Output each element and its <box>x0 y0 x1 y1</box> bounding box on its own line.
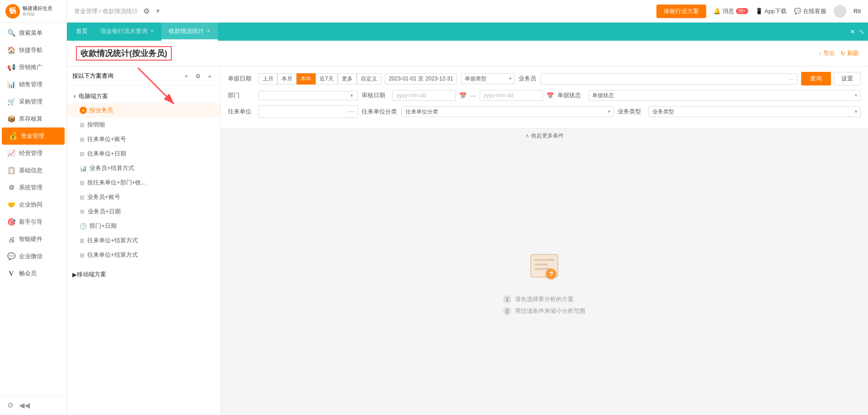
partner-category-select[interactable]: 往来单位分类 <box>401 106 614 117</box>
sidebar-item-starter[interactable]: 🎯 新手引导 <box>0 213 66 231</box>
filter-area: 单据日期 上月 本月 本年 近7天 更多 自定义 2023-01-01 至 20… <box>221 66 868 128</box>
tree-item-unit-settlement1[interactable]: ⊞ 往来单位+结算方式 <box>67 233 220 248</box>
main-area: 资金管理 / 收款情况统计 ⚙ ▼ 体验行业方案 🔔 消息 99+ 📱 App下… <box>67 0 868 415</box>
add-scheme-button[interactable]: + <box>181 71 191 81</box>
tree-icon-salesperson-account: ⊞ <box>80 194 85 201</box>
tab-receipt-stats-close[interactable]: ✕ <box>207 28 211 34</box>
query-button[interactable]: 查询 <box>801 72 831 85</box>
tree-item-dept-date[interactable]: 🕐 部门+日期 <box>67 219 220 233</box>
system-icon: ⚙ <box>7 184 15 192</box>
tree-parent-mobile[interactable]: ▶ 移动端方案 <box>67 268 220 281</box>
notification-item[interactable]: 🔔 消息 99+ <box>713 7 748 15</box>
doc-type-select[interactable]: 单据类型 <box>461 73 515 84</box>
tree-item-unit-account[interactable]: ⊞ 往来单位+账号 <box>67 132 220 146</box>
panel-collapse-button[interactable]: « <box>205 71 215 81</box>
review-date-from[interactable] <box>392 90 456 101</box>
refresh-button[interactable]: ↻ 刷新 <box>840 49 859 57</box>
tree-item-label-unit-date: 往来单位+日期 <box>87 150 126 158</box>
date-tab-7days[interactable]: 近7天 <box>316 73 338 85</box>
date-tab-custom[interactable]: 自定义 <box>357 73 381 85</box>
date-tab-last-month[interactable]: 上月 <box>259 73 278 85</box>
tree-parent-desktop[interactable]: ▼ 电脑端方案 <box>67 90 220 103</box>
tree-item-by-salesperson[interactable]: ● 按业务员 <box>67 103 220 118</box>
tree-item-by-detail[interactable]: ⊞ 按明细 <box>67 118 220 132</box>
salesperson-label: 业务员 <box>519 75 537 83</box>
sidebar-item-marketing[interactable]: 📢 营销推广 <box>0 59 66 76</box>
sidebar-item-enterprise[interactable]: 🤝 企业协同 <box>0 196 66 213</box>
tree-item-label-salesperson-account: 业务员+账号 <box>87 193 120 201</box>
member-icon: V <box>7 269 15 278</box>
dept-input-wrapper[interactable]: ▼ <box>259 91 358 100</box>
tab-close-all-icon[interactable]: ✕ <box>850 28 855 35</box>
tab-receipt-stats[interactable]: 收款情况统计 ✕ <box>161 23 218 41</box>
sidebar-item-wechat[interactable]: 💬 企业微信 <box>0 248 66 265</box>
app-download-label: App下载 <box>764 7 787 15</box>
filter-settings-button[interactable]: 设置 <box>834 72 861 85</box>
tab-bank-flow-close[interactable]: ✕ <box>150 28 154 34</box>
user-avatar[interactable] <box>834 5 846 18</box>
sidebar-item-system[interactable]: ⚙ 系统管理 <box>0 179 66 196</box>
scheme-settings-button[interactable]: ⚙ <box>193 71 203 81</box>
date-tab-this-year[interactable]: 本年 <box>297 73 316 85</box>
tab-home[interactable]: 首页 <box>71 23 93 41</box>
sidebar-label-operation: 经营管理 <box>19 149 42 157</box>
tree-item-salesperson-date[interactable]: ⚙ 业务员+日期 <box>67 204 220 219</box>
tree-section-desktop: ▼ 电脑端方案 ● 按业务员 ⊞ 按明细 ⊞ 往来单位+账号 ⊞ 往来单位+ <box>67 86 220 266</box>
date-tab-more[interactable]: 更多 <box>338 73 357 85</box>
filter-row-3: 往来单位 ··· 往来单位分类 往来单位分类 业务类型 业务类型 <box>228 105 861 118</box>
service-icon: 💬 <box>794 8 801 14</box>
sidebar-item-inventory[interactable]: 📦 库存核算 <box>0 110 66 127</box>
biz-type-select[interactable]: 业务类型 <box>648 106 861 117</box>
tab-bank-flow[interactable]: 现金银行流水查询 ✕ <box>93 23 161 41</box>
tree-item-unit-date[interactable]: ⊞ 往来单位+日期 <box>67 146 220 161</box>
salesperson-input-wrapper[interactable]: ··· <box>540 73 797 85</box>
sidebar-item-search[interactable]: 🔍 搜索菜单 <box>0 24 66 42</box>
sidebar-item-operation[interactable]: 📈 经营管理 <box>0 145 66 162</box>
doc-status-select[interactable]: 单据状态 <box>588 90 861 101</box>
sidebar-item-member[interactable]: V 畅会员 <box>0 265 66 282</box>
collapse-footer-icon[interactable]: ◀◀ <box>19 401 30 410</box>
tree-label-desktop: 电脑端方案 <box>79 92 108 100</box>
sidebar-label-enterprise: 企业协同 <box>19 201 42 209</box>
tree-item-salesperson-account[interactable]: ⊞ 业务员+账号 <box>67 190 220 204</box>
online-service-item[interactable]: 💬 在线客服 <box>794 7 826 15</box>
sidebar-item-finance[interactable]: 💰 资金管理 <box>2 127 65 145</box>
tree-item-label-detail: 按明细 <box>87 121 105 129</box>
tree-item-unit-settlement2[interactable]: ⊞ 往来单位+结算方式 <box>67 248 220 262</box>
topbar-arrow-icon[interactable]: ▼ <box>155 8 161 14</box>
sidebar-item-baseinfo[interactable]: 📋 基础信息 <box>0 162 66 179</box>
tree-item-salesperson-settlement[interactable]: 📊 业务员+结算方式 <box>67 161 220 175</box>
sidebar-item-quicknav[interactable]: 🏠 快捷导航 <box>0 42 66 59</box>
empty-svg-icon: ? <box>522 243 567 288</box>
sidebar-item-hardware[interactable]: 🖨 智能硬件 <box>0 231 66 248</box>
tree-item-unit-dept-receipt[interactable]: ⊞ 按往来单位+部门+收... <box>67 175 220 190</box>
home-icon: 🏠 <box>7 46 15 54</box>
doc-type-wrapper: 单据类型 <box>461 73 515 84</box>
logo-area: 畅 畅捷通好生意 标准版 <box>0 0 66 23</box>
tree-icon-salesperson-settlement: 📊 <box>80 165 87 172</box>
collapse-bar[interactable]: ∧ 收起更多条件 <box>221 128 868 143</box>
partner-dots[interactable]: ··· <box>348 108 354 116</box>
step-num-2: 2 <box>503 307 511 315</box>
tree-icon-detail: ⊞ <box>80 122 85 128</box>
date-tab-this-month[interactable]: 本月 <box>278 73 297 85</box>
dept-label: 部门 <box>228 91 255 99</box>
topbar-gear-icon[interactable]: ⚙ <box>143 7 150 15</box>
app-icon: 📱 <box>755 8 763 14</box>
sidebar-item-purchase[interactable]: 🛒 采购管理 <box>0 93 66 110</box>
trial-btn[interactable]: 体验行业方案 <box>656 5 706 18</box>
sidebar-label-marketing: 营销推广 <box>19 63 42 71</box>
filter-actions: 查询 设置 <box>801 72 861 85</box>
tab-expand-icon[interactable]: ⤡ <box>859 28 864 35</box>
tree-item-label-unit-account: 往来单位+账号 <box>87 135 126 143</box>
sidebar: 畅 畅捷通好生意 标准版 🔍 搜索菜单 🏠 快捷导航 📢 营销推广 📊 销售管理… <box>0 0 67 415</box>
refresh-label: 刷新 <box>847 49 859 57</box>
partner-input-wrapper[interactable]: ··· <box>259 105 358 118</box>
export-button[interactable]: ↑ 导出 <box>819 49 835 57</box>
sidebar-item-sales[interactable]: 📊 销售管理 <box>0 76 66 93</box>
app-download-item[interactable]: 📱 App下载 <box>755 7 787 15</box>
settings-footer-icon[interactable]: ⚙ <box>7 401 14 410</box>
tree-arrow-mobile: ▶ <box>72 271 77 278</box>
collapse-label: ∧ 收起更多条件 <box>525 132 563 139</box>
review-date-to[interactable] <box>480 90 543 101</box>
